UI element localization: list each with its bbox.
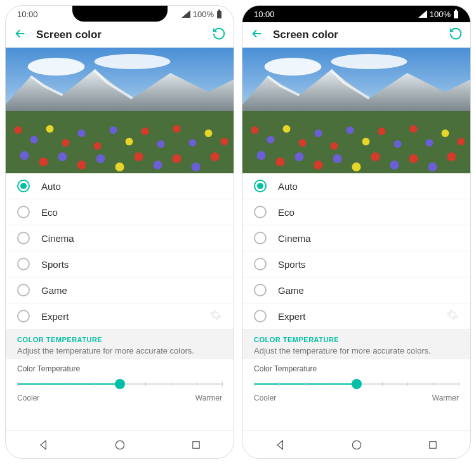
navigation-bar: [242, 430, 470, 458]
svg-point-19: [221, 138, 228, 145]
reset-button[interactable]: [212, 27, 226, 43]
option-label: Expert: [41, 311, 69, 322]
nav-home-button[interactable]: [114, 439, 126, 451]
slider-label: Color Temperature: [17, 364, 222, 373]
svg-point-51: [442, 129, 449, 137]
radio-icon: [17, 310, 30, 322]
radio-icon: [17, 232, 30, 244]
svg-rect-33: [454, 11, 458, 18]
option-sports[interactable]: Sports: [242, 251, 470, 277]
svg-point-31: [116, 441, 124, 449]
svg-point-40: [267, 136, 275, 143]
svg-point-50: [426, 139, 433, 147]
slider-thumb[interactable]: [115, 379, 125, 389]
svg-point-28: [173, 154, 182, 163]
signal-icon: [182, 10, 190, 18]
page-title: Screen color: [273, 29, 440, 41]
svg-point-62: [428, 162, 437, 171]
option-label: Sports: [278, 259, 305, 270]
back-button[interactable]: [13, 27, 27, 43]
header: Screen color: [242, 22, 470, 48]
svg-point-58: [352, 162, 361, 171]
options-list: Auto Eco Cinema Sports Game Expert: [242, 173, 470, 329]
nav-recent-button[interactable]: [190, 439, 202, 451]
temperature-slider[interactable]: [254, 383, 459, 385]
svg-point-49: [410, 125, 418, 133]
back-button[interactable]: [250, 27, 264, 43]
radio-icon: [17, 284, 30, 296]
svg-point-57: [333, 154, 342, 163]
svg-point-36: [265, 58, 322, 76]
radio-icon: [254, 206, 267, 218]
option-eco[interactable]: Eco: [6, 199, 234, 225]
page-title: Screen color: [36, 29, 203, 41]
slider-thumb[interactable]: [352, 379, 362, 389]
radio-icon: [254, 232, 267, 244]
svg-point-52: [458, 138, 465, 145]
section-title: COLOR TEMPERATURE: [17, 336, 222, 343]
option-auto[interactable]: Auto: [6, 173, 234, 199]
svg-rect-1: [218, 10, 220, 11]
slider-area: Color Temperature Cooler Warmer: [6, 359, 234, 409]
svg-point-25: [116, 162, 124, 171]
options-list: Auto Eco Cinema Sports Game Expert: [6, 173, 234, 329]
reset-button[interactable]: [449, 27, 463, 43]
option-game[interactable]: Game: [242, 277, 470, 303]
svg-rect-34: [455, 10, 457, 11]
navigation-bar: [6, 430, 234, 458]
header: Screen color: [6, 22, 234, 48]
nav-home-button[interactable]: [350, 439, 363, 451]
nav-back-button[interactable]: [274, 439, 287, 451]
status-time: 10:00: [254, 10, 418, 19]
nav-back-button[interactable]: [37, 439, 50, 451]
svg-point-26: [135, 152, 143, 161]
option-label: Eco: [41, 207, 58, 218]
svg-point-55: [295, 152, 304, 161]
svg-point-41: [283, 125, 291, 133]
svg-point-6: [15, 126, 22, 134]
option-label: Game: [278, 285, 304, 296]
option-cinema[interactable]: Cinema: [242, 225, 470, 251]
radio-icon: [254, 310, 267, 322]
svg-point-53: [257, 151, 266, 160]
svg-point-15: [157, 140, 165, 148]
svg-rect-0: [217, 11, 221, 18]
option-expert[interactable]: Expert: [6, 303, 234, 329]
radio-icon: [254, 180, 267, 192]
temperature-slider[interactable]: [17, 383, 222, 385]
svg-point-21: [39, 157, 48, 166]
svg-rect-32: [193, 441, 200, 448]
svg-point-23: [77, 161, 86, 169]
svg-point-45: [347, 126, 354, 134]
status-battery: 100%: [193, 10, 214, 19]
section-description: Adjust the temperature for more accurate…: [17, 346, 222, 355]
svg-point-29: [192, 162, 201, 171]
radio-icon: [17, 180, 30, 192]
option-label: Eco: [278, 207, 294, 218]
option-eco[interactable]: Eco: [242, 199, 470, 225]
temperature-section: COLOR TEMPERATURE Adjust the temperature…: [242, 329, 470, 359]
svg-point-43: [315, 129, 322, 137]
phone-notched: 10:00 100% Screen color: [5, 5, 234, 459]
option-game[interactable]: Game: [6, 277, 234, 303]
slider-label: Color Temperature: [254, 364, 459, 373]
svg-point-37: [331, 54, 407, 69]
gear-icon[interactable]: [209, 308, 222, 324]
option-expert[interactable]: Expert: [242, 303, 470, 329]
slider-left-label: Cooler: [17, 394, 39, 402]
status-battery: 100%: [430, 10, 451, 19]
phone-fullbar: 10:00 100% Screen color Auto Eco Cinema: [242, 5, 471, 459]
battery-icon: [216, 10, 222, 18]
nav-recent-button[interactable]: [427, 439, 439, 451]
svg-point-47: [378, 128, 386, 135]
option-cinema[interactable]: Cinema: [6, 225, 234, 251]
option-auto[interactable]: Auto: [242, 173, 470, 199]
option-sports[interactable]: Sports: [6, 251, 234, 277]
gear-icon[interactable]: [446, 308, 459, 324]
section-title: COLOR TEMPERATURE: [254, 336, 459, 343]
svg-point-22: [58, 152, 67, 161]
svg-point-11: [94, 142, 102, 150]
temperature-section: COLOR TEMPERATURE Adjust the temperature…: [6, 329, 234, 359]
option-label: Auto: [278, 181, 298, 192]
svg-point-13: [126, 138, 133, 145]
